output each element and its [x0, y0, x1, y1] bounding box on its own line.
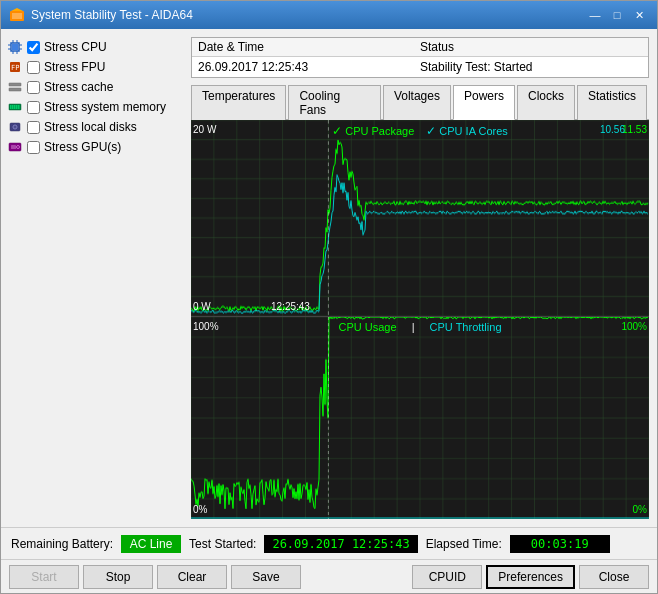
- upper-y-top-label: 20 W: [193, 124, 216, 135]
- stress-cpu-label: Stress CPU: [44, 40, 107, 54]
- stress-local-checkbox[interactable]: [27, 121, 40, 134]
- disk-icon: [7, 119, 23, 135]
- cpu-icon: [7, 39, 23, 55]
- tab-clocks[interactable]: Clocks: [517, 85, 575, 120]
- info-table: Date & Time Status 26.09.2017 12:25:43 S…: [191, 37, 649, 78]
- svg-rect-15: [9, 83, 21, 86]
- window-title: System Stability Test - AIDA64: [31, 8, 585, 22]
- checkbox-stress-cpu[interactable]: Stress CPU: [7, 37, 185, 57]
- ram-icon: [7, 99, 23, 115]
- chart-area: ✓ CPU Package ✓ CPU IA Cores 20 W 0 W: [191, 120, 649, 519]
- svg-rect-27: [11, 145, 16, 149]
- stress-local-label: Stress local disks: [44, 120, 137, 134]
- upper-val-right-green: 11.53: [622, 124, 647, 135]
- stress-fpu-label: Stress FPU: [44, 60, 105, 74]
- legend-cpu-package: ✓ CPU Package: [332, 124, 414, 138]
- stress-memory-label: Stress system memory: [44, 100, 166, 114]
- upper-val-right-cyan: 10.56: [600, 124, 625, 135]
- legend-cpu-ia-cores: ✓ CPU IA Cores: [426, 124, 507, 138]
- svg-rect-19: [12, 105, 14, 109]
- svg-rect-20: [14, 105, 16, 109]
- lower-y-bottom-left: 0%: [193, 504, 207, 515]
- info-table-row: 26.09.2017 12:25:43 Stability Test: Star…: [192, 57, 648, 77]
- stress-cache-checkbox[interactable]: [27, 81, 40, 94]
- svg-rect-4: [12, 44, 18, 50]
- title-bar: System Stability Test - AIDA64 — □ ✕: [1, 1, 657, 29]
- svg-point-25: [15, 127, 16, 128]
- cpu-usage-legend: CPU Usage: [339, 321, 397, 333]
- left-panel: Stress CPU FP Stress FPU: [1, 29, 191, 527]
- tab-voltages[interactable]: Voltages: [383, 85, 451, 120]
- svg-rect-1: [12, 13, 22, 19]
- svg-text:FP: FP: [11, 64, 19, 72]
- upper-chart: ✓ CPU Package ✓ CPU IA Cores 20 W 0 W: [191, 120, 649, 317]
- cpu-package-legend-label: CPU Package: [345, 125, 414, 137]
- cpuid-button[interactable]: CPUID: [412, 565, 482, 589]
- upper-y-bottom-label: 0 W: [193, 301, 211, 312]
- lower-chart-canvas: [191, 317, 649, 519]
- close-window-button[interactable]: Close: [579, 565, 649, 589]
- right-panel: Date & Time Status 26.09.2017 12:25:43 S…: [191, 29, 657, 527]
- info-table-header: Date & Time Status: [192, 38, 648, 57]
- checkbox-stress-gpu[interactable]: Stress GPU(s): [7, 137, 185, 157]
- checkbox-stress-local[interactable]: Stress local disks: [7, 117, 185, 137]
- status-value: Stability Test: Started: [420, 60, 642, 74]
- tab-temperatures[interactable]: Temperatures: [191, 85, 286, 120]
- status-bar: Remaining Battery: AC Line Test Started:…: [1, 527, 657, 559]
- checkbox-stress-fpu[interactable]: FP Stress FPU: [7, 57, 185, 77]
- tabs-section: Temperatures Cooling Fans Voltages Power…: [191, 84, 649, 519]
- lower-chart-legend: CPU Usage | CPU Throttling: [339, 321, 502, 333]
- col2-header: Status: [420, 40, 642, 54]
- svg-rect-21: [16, 105, 18, 109]
- tab-statistics[interactable]: Statistics: [577, 85, 647, 120]
- tab-cooling-fans[interactable]: Cooling Fans: [288, 85, 381, 120]
- upper-x-label: 12:25:43: [271, 301, 310, 312]
- elapsed-label: Elapsed Time:: [426, 537, 502, 551]
- clear-button[interactable]: Clear: [157, 565, 227, 589]
- window-controls: — □ ✕: [585, 6, 649, 24]
- lower-y-top-left: 100%: [193, 321, 219, 332]
- main-window: System Stability Test - AIDA64 — □ ✕: [0, 0, 658, 594]
- col1-header: Date & Time: [198, 40, 420, 54]
- stop-button[interactable]: Stop: [83, 565, 153, 589]
- checkbox-stress-memory[interactable]: Stress system memory: [7, 97, 185, 117]
- upper-chart-legend: ✓ CPU Package ✓ CPU IA Cores: [332, 124, 508, 138]
- fpu-icon: FP: [7, 59, 23, 75]
- stress-cache-label: Stress cache: [44, 80, 113, 94]
- app-icon: [9, 7, 25, 23]
- lower-y-bottom-right: 0%: [633, 504, 647, 515]
- button-bar: Start Stop Clear Save CPUID Preferences …: [1, 559, 657, 593]
- lower-y-top-right: 100%: [621, 321, 647, 332]
- gpu-icon: [7, 139, 23, 155]
- svg-rect-18: [10, 105, 12, 109]
- cpu-ia-cores-legend-label: CPU IA Cores: [439, 125, 507, 137]
- svg-rect-16: [9, 88, 21, 91]
- charts-container: ✓ CPU Package ✓ CPU IA Cores 20 W 0 W: [191, 120, 649, 519]
- checkbox-stress-cache[interactable]: Stress cache: [7, 77, 185, 97]
- stress-memory-checkbox[interactable]: [27, 101, 40, 114]
- tab-powers[interactable]: Powers: [453, 85, 515, 120]
- upper-chart-canvas: [191, 120, 649, 316]
- test-started-label: Test Started:: [189, 537, 256, 551]
- stress-gpu-label: Stress GPU(s): [44, 140, 121, 154]
- save-button[interactable]: Save: [231, 565, 301, 589]
- close-button[interactable]: ✕: [629, 6, 649, 24]
- svg-rect-22: [18, 105, 20, 109]
- cpu-throttling-legend: CPU Throttling: [430, 321, 502, 333]
- stress-gpu-checkbox[interactable]: [27, 141, 40, 154]
- lower-chart: CPU Usage | CPU Throttling 100% 0% 100% …: [191, 317, 649, 519]
- datetime-value: 26.09.2017 12:25:43: [198, 60, 420, 74]
- start-button[interactable]: Start: [9, 565, 79, 589]
- cache-icon: [7, 79, 23, 95]
- content-area: Stress CPU FP Stress FPU: [1, 29, 657, 527]
- maximize-button[interactable]: □: [607, 6, 627, 24]
- svg-marker-2: [11, 8, 23, 11]
- minimize-button[interactable]: —: [585, 6, 605, 24]
- stress-fpu-checkbox[interactable]: [27, 61, 40, 74]
- test-started-value: 26.09.2017 12:25:43: [264, 535, 417, 553]
- stress-cpu-checkbox[interactable]: [27, 41, 40, 54]
- tab-bar: Temperatures Cooling Fans Voltages Power…: [191, 84, 649, 120]
- battery-value: AC Line: [121, 535, 181, 553]
- elapsed-value: 00:03:19: [510, 535, 610, 553]
- preferences-button[interactable]: Preferences: [486, 565, 575, 589]
